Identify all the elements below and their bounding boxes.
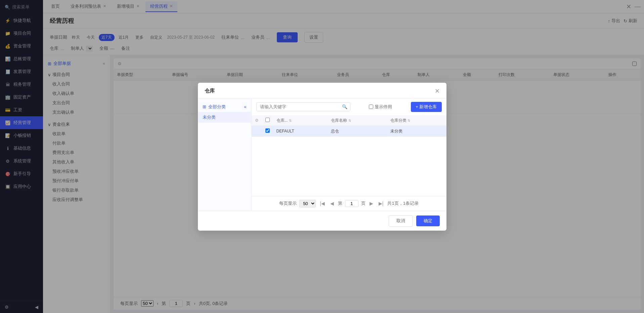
modal-category-panel: ⊞ 全部分类 « 未分类 xyxy=(198,99,252,211)
modal-first-page-btn[interactable]: |◀ xyxy=(318,200,326,207)
modal-row-check-cell xyxy=(262,126,273,136)
modal-table-row[interactable]: DEFAULT 总仓 未分类 xyxy=(252,126,446,136)
modal-close-button[interactable]: ✕ xyxy=(435,87,440,95)
modal-search-input[interactable] xyxy=(257,103,339,111)
show-disabled-label: 显示停用 xyxy=(375,104,392,110)
show-disabled-checkbox[interactable] xyxy=(369,105,373,109)
modal-search-icon: 🔍 xyxy=(339,104,350,109)
modal-footer: 取消 确定 xyxy=(198,211,446,231)
modal-table-container: ⚙ 仓库... ⇅ 仓库名称 ⇅ xyxy=(252,115,446,196)
modal-right-panel: 🔍 显示停用 + 新增仓库 ⚙ xyxy=(252,99,446,211)
modal-page-suffix: 页 xyxy=(361,200,366,206)
modal-header: 仓库 ✕ xyxy=(198,83,446,99)
add-warehouse-button[interactable]: + 新增仓库 xyxy=(411,102,441,112)
modal-col-name: 仓库名称 ⇅ xyxy=(328,115,387,126)
cancel-button[interactable]: 取消 xyxy=(389,215,413,227)
modal-col-category: 仓库分类 ⇅ xyxy=(387,115,446,126)
modal-row-settings-cell xyxy=(252,126,262,136)
modal-per-page-label: 每页显示 xyxy=(279,200,297,206)
modal-per-page-select[interactable]: 50 xyxy=(299,200,316,207)
modal-row-checkbox[interactable] xyxy=(265,128,270,133)
modal-search-box: 🔍 xyxy=(256,102,350,111)
modal-next-page-btn[interactable]: ▶ xyxy=(368,200,375,207)
modal-row-name: 总仓 xyxy=(328,126,387,136)
confirm-button[interactable]: 确定 xyxy=(416,216,440,226)
modal-cat-collapse-icon[interactable]: « xyxy=(244,104,246,109)
modal-cat-item-unclassified[interactable]: 未分类 xyxy=(198,112,251,123)
modal-prev-page-btn[interactable]: ◀ xyxy=(329,200,335,207)
warehouse-modal: 仓库 ✕ ⊞ 全部分类 « 未分类 🔍 显示 xyxy=(198,83,446,231)
sort-code-icon[interactable]: ⇅ xyxy=(289,119,292,122)
modal-select-all[interactable] xyxy=(265,118,270,122)
modal-page-input[interactable] xyxy=(345,200,358,207)
modal-all-categories[interactable]: ⊞ 全部分类 « xyxy=(198,102,251,112)
modal-row-category: 未分类 xyxy=(387,126,446,136)
modal-col-code: 仓库... ⇅ xyxy=(273,115,328,126)
modal-page-label: 第 xyxy=(338,200,342,206)
modal-row-code: DEFAULT xyxy=(273,126,328,136)
modal-col-settings: ⚙ xyxy=(252,115,262,126)
modal-title: 仓库 xyxy=(205,88,215,94)
modal-body: ⊞ 全部分类 « 未分类 🔍 显示停用 + 新增仓库 xyxy=(198,99,446,211)
modal-table-settings-icon[interactable]: ⚙ xyxy=(255,118,259,123)
sort-cat-icon[interactable]: ⇅ xyxy=(407,119,410,122)
modal-toolbar: 🔍 显示停用 + 新增仓库 xyxy=(252,99,446,115)
modal-total-info: 共1页，1条记录 xyxy=(387,200,418,206)
modal-pagination: 每页显示 50 |◀ ◀ 第 页 ▶ ▶| 共1页，1条记录 xyxy=(252,196,446,211)
modal-table: ⚙ 仓库... ⇅ 仓库名称 ⇅ xyxy=(252,115,446,137)
sort-name-icon[interactable]: ⇅ xyxy=(348,119,351,122)
all-categories-label: 全部分类 xyxy=(208,104,226,110)
modal-last-page-btn[interactable]: ▶| xyxy=(377,200,385,207)
show-disabled-group: 显示停用 xyxy=(369,104,392,110)
category-grid-icon: ⊞ xyxy=(203,104,206,109)
modal-col-check xyxy=(262,115,273,126)
